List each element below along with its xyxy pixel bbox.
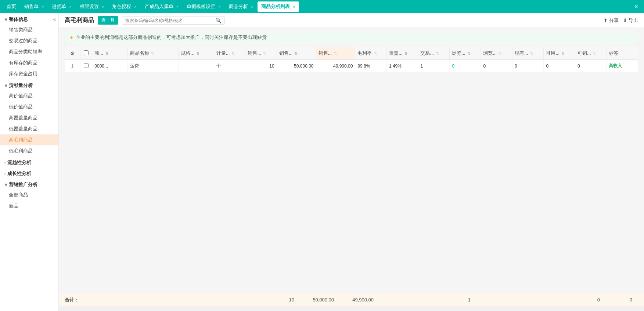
row-unit: 个 <box>214 60 245 72</box>
close-icon[interactable]: × <box>293 4 295 9</box>
col-header-coverage[interactable]: 覆盖... ⇅ <box>386 47 418 60</box>
sidebar-group-flow[interactable]: › 流趋性分析 <box>0 156 58 167</box>
sort-icon[interactable]: ⇅ <box>334 51 337 55</box>
export-icon: ⬇ <box>623 18 627 23</box>
footer-stock2: 0 <box>573 297 602 303</box>
col-header-sales-amt[interactable]: 销售... ⇅ <box>277 47 316 60</box>
sort-icon[interactable]: ⇅ <box>530 51 533 55</box>
sort-icon[interactable]: ⇅ <box>593 51 596 55</box>
search-box[interactable]: 🔍 <box>122 17 225 25</box>
select-all-checkbox[interactable] <box>84 50 89 55</box>
close-icon[interactable]: × <box>69 4 71 9</box>
col-header-trade[interactable]: 交易... ⇅ <box>418 47 450 60</box>
col-header-sales-qty[interactable]: 销售... ⇅ <box>245 47 277 60</box>
col-header-stock1[interactable]: 现有... ⇅ <box>512 47 544 60</box>
sidebar-item-low-margin[interactable]: 低毛利商品 <box>0 145 58 156</box>
tab-analysis-list[interactable]: 商品分析列表 × <box>258 1 299 12</box>
sidebar-item-high-value[interactable]: 高价值商品 <box>0 90 58 101</box>
chevron-down-icon: ∨ <box>4 17 7 22</box>
share-button[interactable]: ⬆ 分享 <box>604 17 619 24</box>
sidebar-item-low-value[interactable]: 低价值商品 <box>0 101 58 112</box>
sidebar-item-traded-goods[interactable]: 交易过的商品 <box>0 35 58 46</box>
sidebar-item-category-rate[interactable]: 商品分类助销率 <box>0 46 58 57</box>
row-gross-rate: 99.8% <box>355 60 387 72</box>
sidebar-group-overall[interactable]: ∨ 整体信息 <box>0 13 58 24</box>
col-header-browse2[interactable]: 浏览... ⇅ <box>481 47 512 60</box>
row-checkbox[interactable] <box>84 63 89 68</box>
tab-template[interactable]: 单据模板设置 × <box>183 1 224 12</box>
sidebar-item-low-coverage[interactable]: 低覆盖量商品 <box>0 123 58 134</box>
row-stock2: 0 <box>544 60 575 72</box>
sort-icon[interactable]: ⇅ <box>263 51 266 55</box>
row-sales-qty: 10 <box>245 60 277 72</box>
close-icon[interactable]: × <box>134 4 136 9</box>
sort-icon[interactable]: ⇅ <box>404 51 407 55</box>
gear-icon[interactable]: ⚙ <box>70 51 75 56</box>
info-banner: ✦ 企业的主要的利润都是这部分商品创造的，可考虑加大推广，同时关注库存是不要出现… <box>65 31 638 44</box>
search-icon[interactable]: 🔍 <box>215 18 222 23</box>
close-icon[interactable]: × <box>176 4 179 9</box>
sidebar-item-all-goods[interactable]: 全部商品 <box>0 189 58 200</box>
tab-production[interactable]: 产成品入库单 × <box>141 1 182 12</box>
share-icon: ⬆ <box>604 18 608 23</box>
filter-button[interactable]: 近一月 <box>98 16 118 25</box>
sidebar-item-sales-goods[interactable]: 销售类商品 <box>0 24 58 35</box>
col-header-gross-rate[interactable]: 毛利率 ⇅ <box>355 47 387 60</box>
col-header-code[interactable]: 商... ⇅ <box>92 47 127 60</box>
row-browse1[interactable]: 0 <box>449 60 481 72</box>
sidebar-collapse-button[interactable]: « <box>53 16 56 23</box>
close-icon[interactable]: × <box>218 4 220 9</box>
col-header-stock2[interactable]: 可用... ⇅ <box>544 47 575 60</box>
col-header-name[interactable]: 商品名称 ⇅ <box>127 47 179 60</box>
tab-sales[interactable]: 销售单 × <box>21 1 47 12</box>
sort-icon[interactable]: ⇅ <box>295 51 298 55</box>
sort-icon[interactable]: ⇅ <box>467 51 470 55</box>
close-icon[interactable]: × <box>251 4 253 9</box>
browse1-link[interactable]: 0 <box>452 63 454 69</box>
sidebar-item-in-stock[interactable]: 有库存的商品 <box>0 57 58 68</box>
col-header-stock3[interactable]: 可销... ⇅ <box>575 47 607 60</box>
row-checkbox-cell[interactable] <box>80 60 92 72</box>
sort-icon[interactable]: ⇅ <box>197 51 199 55</box>
sort-icon[interactable]: ⇅ <box>151 51 154 55</box>
sidebar-item-stock-capital[interactable]: 库存资金占用 <box>0 68 58 79</box>
sidebar-group-contribution[interactable]: ∨ 贡献量分析 <box>0 79 58 90</box>
tab-permission[interactable]: 权限设置 × <box>76 1 108 12</box>
col-header-tag[interactable]: 标签 <box>607 47 638 60</box>
sidebar-group-marketing[interactable]: ∨ 营销推广分析 <box>0 178 58 189</box>
sidebar-item-new-goods[interactable]: 新品 <box>0 200 58 211</box>
sort-icon[interactable]: ⇅ <box>436 51 439 55</box>
sidebar-item-high-coverage[interactable]: 高覆盖量商品 <box>0 112 58 123</box>
sort-icon[interactable]: ⇅ <box>499 51 502 55</box>
tab-role[interactable]: 角色授权 × <box>108 1 140 12</box>
tab-analysis[interactable]: 商品分析 × <box>225 1 257 12</box>
close-icon[interactable]: × <box>102 4 104 9</box>
row-num: 1 <box>65 60 80 72</box>
col-header-sales-gross[interactable]: 销售... ⇅ <box>316 47 355 60</box>
sort-icon[interactable]: ⇅ <box>105 51 108 55</box>
col-header-spec[interactable]: 规格... ⇅ <box>179 47 214 60</box>
export-button[interactable]: ⬇ 导出 <box>623 17 638 24</box>
close-icon[interactable]: × <box>42 4 44 9</box>
col-header-gear[interactable]: ⚙ <box>65 47 80 60</box>
sort-icon[interactable]: ⇅ <box>562 51 565 55</box>
tab-home[interactable]: 首页 <box>3 1 20 12</box>
col-header-unit[interactable]: 计量... ⇅ <box>214 47 245 60</box>
row-stock1: 0 <box>512 60 544 72</box>
horizontal-scrollbar[interactable] <box>59 307 644 311</box>
window-close-button[interactable]: × <box>631 3 641 11</box>
sidebar: « ∨ 整体信息 销售类商品 交易过的商品 商品分类助销率 有库存的商品 库存资… <box>0 13 59 311</box>
col-header-browse1[interactable]: 浏览... ⇅ <box>449 47 481 60</box>
header-actions: ⬆ 分享 ⬇ 导出 <box>604 17 638 24</box>
sidebar-item-high-margin[interactable]: 高毛利商品 <box>0 134 58 145</box>
row-name: 运费 <box>127 60 179 72</box>
footer-sales-qty: 10 <box>267 297 296 303</box>
tab-purchase[interactable]: 进货单 × <box>48 1 75 12</box>
search-input[interactable] <box>125 18 214 23</box>
data-table: ⚙ 商... ⇅ 商品名称 ⇅ <box>65 47 638 72</box>
sidebar-group-growth[interactable]: › 成长性分析 <box>0 167 58 178</box>
col-header-check <box>80 47 92 60</box>
content-header: 高毛利商品 近一月 🔍 ⬆ 分享 ⬇ 导出 <box>59 13 644 28</box>
sort-icon[interactable]: ⇅ <box>232 51 235 55</box>
sort-icon[interactable]: ⇅ <box>374 51 377 55</box>
